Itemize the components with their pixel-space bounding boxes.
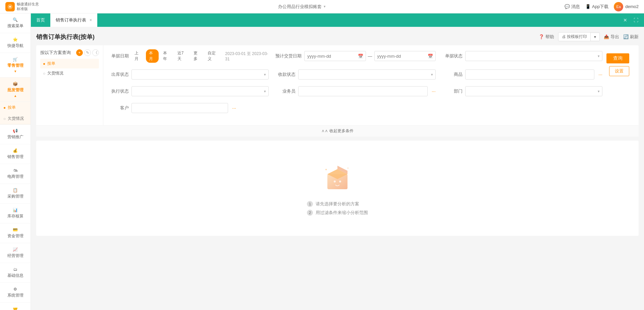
pay-status-select[interactable] — [298, 69, 435, 80]
sidebar-item-sales[interactable]: 💰 销售管理 — [0, 144, 31, 164]
sidebar-item-ecommerce[interactable]: 🛍 电商管理 — [0, 164, 31, 184]
pill-this-year[interactable]: 本年 — [160, 49, 173, 63]
date-pills: 上月 本月 本年 近7天 更多 自定义 — [131, 49, 221, 63]
collapse-scheme-btn[interactable]: 《 — [92, 49, 99, 56]
out-status-label: 出库状态 — [109, 71, 129, 78]
marketing-icon: 📢 — [13, 128, 18, 133]
sidebar-sub-item-backorder[interactable]: ○ 欠货情况 — [0, 113, 31, 124]
tab-home[interactable]: 首页 — [31, 13, 50, 27]
export-icon: 📤 — [604, 34, 609, 39]
user-area[interactable]: Ea demo2 — [614, 2, 639, 11]
salesman-dots-btn[interactable]: ··· — [432, 89, 436, 94]
page-actions: ❓ 帮助 🖨 按模板打印 ▾ 📤 导出 — [539, 32, 639, 41]
collab-icon: 🤝 — [13, 307, 18, 310]
scheme-item-backorder[interactable]: ○ 欠货情况 — [40, 68, 99, 78]
print-btn[interactable]: 🖨 按模板打印 — [558, 33, 591, 41]
goods-label: 商品 — [442, 71, 463, 78]
date-range-text: 2023-03-01 至 2023-03-31 — [225, 51, 269, 61]
refresh-icon: 🔄 — [623, 34, 629, 39]
print-btn-split: 🖨 按模板打印 ▾ — [558, 32, 600, 41]
star-icon: ⭐ — [13, 37, 18, 42]
tab-close-all-btn[interactable]: ✕ — [621, 16, 629, 24]
sidebar-item-purchase[interactable]: 📋 采购管理 — [0, 184, 31, 204]
edit-scheme-btn[interactable]: ✎ — [84, 49, 91, 56]
app-download-btn[interactable]: 📱 App下载 — [585, 4, 608, 10]
sidebar-item-inventory[interactable]: 📊 库存核算 — [0, 204, 31, 223]
exec-status-select[interactable] — [131, 86, 269, 96]
expected-date-to-input[interactable] — [374, 51, 436, 61]
tab-bar-right: ✕ ⛶ — [621, 16, 644, 24]
sidebar-item-marketing[interactable]: 📢 营销推广 — [0, 124, 31, 144]
settings-btn[interactable]: 设置 — [609, 66, 629, 76]
add-scheme-btn[interactable]: + — [76, 49, 83, 56]
tab-close-btn[interactable]: × — [90, 18, 92, 22]
top-header: 畅捷通好生意 标准版 办公用品行业模拟账套 ▾ 💬 消息 📱 App下载 Ea … — [0, 0, 644, 13]
pill-custom[interactable]: 自定义 — [205, 49, 221, 63]
dept-select-wrap — [465, 86, 602, 96]
sidebar-item-finance[interactable]: 💳 资金管理 — [0, 223, 31, 243]
salesman-input[interactable] — [298, 86, 428, 96]
status-select[interactable] — [465, 51, 602, 61]
message-btn[interactable]: 💬 消息 — [565, 4, 580, 10]
logo-area: 畅捷通好生意 标准版 — [5, 2, 39, 11]
tab-fullscreen-btn[interactable]: ⛶ — [632, 16, 640, 24]
pill-this-month[interactable]: 本月 — [146, 49, 159, 63]
goods-dots-btn[interactable]: ··· — [598, 72, 602, 77]
collapse-row[interactable]: ∧∧ 收起更多条件 — [36, 125, 639, 137]
print-dropdown-btn[interactable]: ▾ — [591, 33, 599, 41]
tab-bar: 首页 销售订单执行表 × ✕ ⛶ — [31, 13, 644, 27]
out-status-select-wrap — [131, 69, 269, 80]
expected-date-from-input[interactable] — [304, 51, 366, 61]
search-panel: 按以下方案查询 + ✎ 《 ● 按单 ○ — [36, 45, 639, 137]
operation-icon: 📈 — [13, 247, 18, 252]
search-row-3: 执行状态 业务员 ··· — [109, 86, 602, 96]
sidebar-sub-item-order[interactable]: ● 按单 — [0, 102, 31, 113]
customer-dots-btn[interactable]: ··· — [232, 105, 236, 111]
avatar: Ea — [614, 2, 623, 11]
sidebar-item-retail[interactable]: 🛒 零售管理 ▾ — [0, 53, 31, 78]
exec-status-label: 执行状态 — [109, 88, 129, 94]
expected-date-label: 预计交货日期 — [275, 53, 302, 59]
sidebar-item-collab[interactable]: 🤝 企业协同 — [0, 303, 31, 310]
help-btn[interactable]: ❓ 帮助 — [539, 34, 554, 40]
quick-nav-item[interactable]: ⭐ 快捷导航 — [0, 33, 31, 53]
chevron-icon: ▾ — [14, 69, 16, 73]
customer-field: 客户 ··· — [109, 103, 236, 113]
customer-input[interactable] — [131, 103, 228, 113]
sidebar-item-wholesale[interactable]: 📦 批发管理 ▴ — [0, 78, 31, 102]
industry-label[interactable]: 办公用品行业模拟账套 ▾ — [278, 4, 326, 10]
tab-sales-order[interactable]: 销售订单执行表 × — [50, 13, 97, 27]
refresh-btn[interactable]: 🔄 刷新 — [623, 34, 639, 40]
status-label: 单据状态 — [442, 53, 463, 59]
circle-icon: ● — [3, 105, 6, 110]
pay-status-select-wrap — [298, 69, 435, 80]
dept-select[interactable] — [465, 86, 602, 96]
salesman-field: 业务员 ··· — [275, 86, 435, 96]
circle-outline-icon: ○ — [3, 116, 6, 121]
sidebar-item-operation[interactable]: 📈 经营管理 — [0, 243, 31, 263]
search-menu-item[interactable]: 🔍 搜索菜单 — [0, 13, 31, 33]
search-left-header: 按以下方案查询 + ✎ 《 — [40, 49, 99, 56]
logo-icon — [5, 2, 15, 11]
empty-tip-2: 2 用过滤条件来缩小分析范围 — [307, 210, 368, 216]
export-btn[interactable]: 📤 导出 — [604, 34, 619, 40]
sales-icon: 💰 — [13, 148, 18, 153]
pill-7days[interactable]: 近7天 — [174, 49, 189, 63]
sidebar-item-basic[interactable]: 🗂 基础信息 — [0, 263, 31, 283]
main-layout: 🔍 搜索菜单 ⭐ 快捷导航 🛒 零售管理 ▾ 📦 批发管理 ▴ ● 按单 ○ 欠… — [0, 13, 644, 310]
header-left: 畅捷通好生意 标准版 — [5, 2, 39, 11]
sidebar-item-system[interactable]: ⚙ 系统管理 — [0, 283, 31, 303]
download-icon: 📱 — [585, 4, 591, 9]
pill-more[interactable]: 更多 — [191, 49, 204, 63]
scheme-item-order[interactable]: ● 按单 — [40, 59, 99, 68]
wholesale-icon: 📦 — [13, 82, 18, 86]
search-panel-inner: 按以下方案查询 + ✎ 《 ● 按单 ○ — [36, 45, 639, 125]
pill-last-month[interactable]: 上月 — [131, 49, 145, 63]
tip-num-2: 2 — [307, 210, 313, 216]
goods-input[interactable] — [465, 69, 595, 80]
exec-status-select-wrap — [131, 86, 269, 96]
expected-date-range: 📅 — 📅 — [304, 51, 435, 61]
query-btn[interactable]: 查询 — [606, 53, 629, 63]
out-status-select[interactable] — [131, 69, 269, 80]
salesman-label: 业务员 — [275, 88, 296, 94]
